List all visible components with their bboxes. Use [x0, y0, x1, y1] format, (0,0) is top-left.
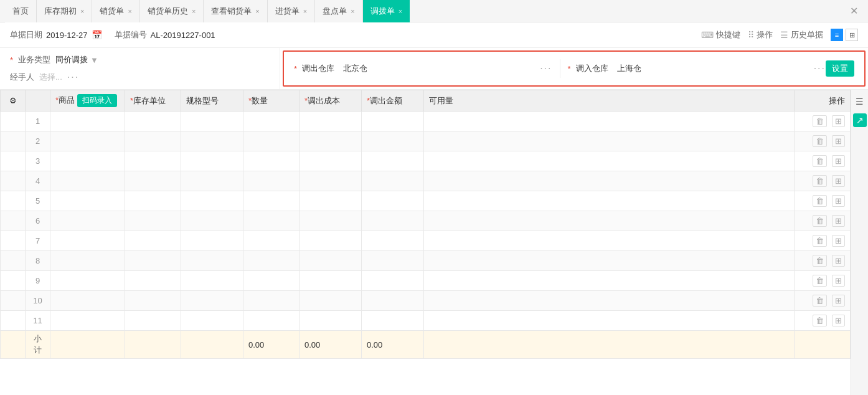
tab-inventory-check[interactable]: 盘点单 × [315, 0, 362, 22]
delete-icon[interactable]: 🗑 [813, 135, 827, 147]
handler-select[interactable]: 选择... [39, 72, 62, 83]
cost-cell[interactable] [300, 271, 362, 291]
amount-cell[interactable] [362, 131, 424, 151]
amount-cell[interactable] [362, 211, 424, 231]
qty-cell[interactable] [243, 151, 300, 171]
qty-cell[interactable] [243, 251, 300, 271]
tab-inventory-init[interactable]: 库存期初 × [37, 0, 92, 22]
copy-icon[interactable]: ⊞ [832, 175, 845, 187]
product-cell[interactable] [50, 171, 125, 191]
sidebar-export-icon[interactable]: ↗ [853, 113, 867, 127]
business-type-select[interactable]: 同价调拨 ▼ [55, 54, 98, 65]
copy-icon[interactable]: ⊞ [832, 195, 845, 207]
unit-cell[interactable] [125, 271, 181, 291]
handler-more-icon[interactable]: ··· [67, 72, 79, 83]
unit-cell[interactable] [125, 151, 181, 171]
product-cell[interactable] [50, 231, 125, 251]
operations-btn[interactable]: ⠿ 操作 [748, 29, 773, 40]
product-cell[interactable] [50, 211, 125, 231]
tab-close-inventory-check[interactable]: × [351, 7, 354, 15]
tab-close-inventory-init[interactable]: × [80, 7, 84, 15]
copy-icon[interactable]: ⊞ [832, 115, 845, 127]
copy-icon[interactable]: ⊞ [832, 135, 845, 147]
product-cell[interactable] [50, 251, 125, 271]
layout-icon-list[interactable]: ≡ [831, 29, 843, 41]
unit-cell[interactable] [125, 112, 181, 131]
qty-cell[interactable] [243, 211, 300, 231]
copy-icon[interactable]: ⊞ [832, 215, 845, 227]
delete-icon[interactable]: 🗑 [813, 295, 827, 307]
shortcuts-btn[interactable]: ⌨ 快捷键 [701, 29, 740, 40]
tab-close-sales-order[interactable]: × [128, 7, 131, 15]
amount-cell[interactable] [362, 231, 424, 251]
delete-icon[interactable]: 🗑 [813, 235, 827, 247]
cost-cell[interactable] [300, 211, 362, 231]
cost-cell[interactable] [300, 171, 362, 191]
spec-cell[interactable] [181, 251, 243, 271]
delete-icon[interactable]: 🗑 [813, 195, 827, 207]
cost-cell[interactable] [300, 291, 362, 311]
spec-cell[interactable] [181, 171, 243, 191]
delete-icon[interactable]: 🗑 [813, 255, 827, 267]
copy-icon[interactable]: ⊞ [832, 155, 845, 167]
qty-cell[interactable] [243, 271, 300, 291]
tab-bar-close-icon[interactable]: ✕ [845, 5, 863, 17]
product-cell[interactable] [50, 112, 125, 131]
calendar-icon[interactable]: 📅 [92, 30, 102, 40]
cost-cell[interactable] [300, 131, 362, 151]
out-warehouse-more-icon[interactable]: ··· [540, 63, 552, 74]
spec-cell[interactable] [181, 271, 243, 291]
product-cell[interactable] [50, 131, 125, 151]
tab-close-sales-history[interactable]: × [192, 7, 196, 15]
amount-cell[interactable] [362, 171, 424, 191]
unit-cell[interactable] [125, 211, 181, 231]
spec-cell[interactable] [181, 311, 243, 331]
unit-cell[interactable] [125, 231, 181, 251]
delete-icon[interactable]: 🗑 [813, 215, 827, 227]
qty-cell[interactable] [243, 191, 300, 211]
cost-cell[interactable] [300, 251, 362, 271]
cost-cell[interactable] [300, 151, 362, 171]
in-warehouse-more-icon[interactable]: ··· [814, 63, 826, 74]
copy-icon[interactable]: ⊞ [832, 235, 845, 247]
spec-cell[interactable] [181, 291, 243, 311]
spec-cell[interactable] [181, 151, 243, 171]
qty-cell[interactable] [243, 311, 300, 331]
cost-cell[interactable] [300, 231, 362, 251]
tab-home[interactable]: 首页 [5, 0, 37, 22]
amount-cell[interactable] [362, 112, 424, 131]
spec-cell[interactable] [181, 231, 243, 251]
amount-cell[interactable] [362, 271, 424, 291]
spec-cell[interactable] [181, 131, 243, 151]
settings-button[interactable]: 设置 [826, 60, 854, 77]
product-cell[interactable] [50, 151, 125, 171]
amount-cell[interactable] [362, 251, 424, 271]
copy-icon[interactable]: ⊞ [832, 255, 845, 267]
delete-icon[interactable]: 🗑 [813, 315, 827, 326]
tab-sales-history[interactable]: 销货单历史 × [140, 0, 204, 22]
amount-cell[interactable] [362, 191, 424, 211]
unit-cell[interactable] [125, 311, 181, 331]
cost-cell[interactable] [300, 112, 362, 131]
product-cell[interactable] [50, 191, 125, 211]
qty-cell[interactable] [243, 131, 300, 151]
scan-btn[interactable]: 扫码录入 [77, 94, 117, 107]
cost-cell[interactable] [300, 311, 362, 331]
delete-icon[interactable]: 🗑 [813, 155, 827, 167]
delete-icon[interactable]: 🗑 [813, 175, 827, 187]
layout-icon-grid[interactable]: ⊞ [846, 29, 858, 41]
sidebar-list-icon[interactable]: ☰ [853, 95, 867, 108]
qty-cell[interactable] [243, 171, 300, 191]
copy-icon[interactable]: ⊞ [832, 315, 845, 326]
tab-purchase-order[interactable]: 进货单 × [268, 0, 315, 22]
unit-cell[interactable] [125, 291, 181, 311]
tab-close-transfer-order[interactable]: × [399, 7, 402, 15]
product-cell[interactable] [50, 271, 125, 291]
copy-icon[interactable]: ⊞ [832, 275, 845, 287]
history-btn[interactable]: ☰ 历史单据 [780, 29, 823, 40]
delete-icon[interactable]: 🗑 [813, 115, 827, 127]
tab-sales-order[interactable]: 销货单 × [92, 0, 139, 22]
tab-transfer-order[interactable]: 调拨单 × [363, 0, 410, 22]
qty-cell[interactable] [243, 291, 300, 311]
product-cell[interactable] [50, 311, 125, 331]
